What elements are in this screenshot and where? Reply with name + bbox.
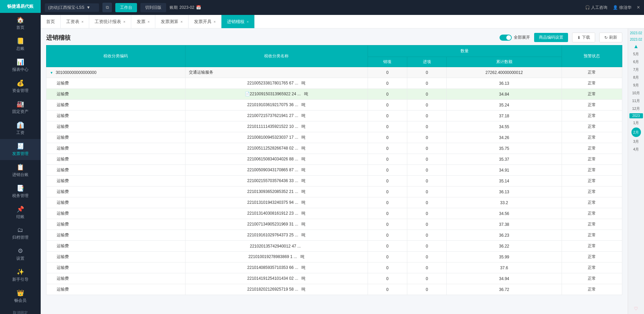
row-tax-code: 运输费 bbox=[46, 241, 186, 252]
month-8[interactable]: 8月 bbox=[628, 74, 644, 81]
month-9[interactable]: 9月 bbox=[628, 81, 644, 89]
row-sales: 0 bbox=[368, 208, 407, 219]
month-11[interactable]: 11月 bbox=[628, 97, 644, 105]
sidebar-item-home[interactable]: 🏠 首页 bbox=[0, 13, 41, 34]
tab-salary-table[interactable]: 工资表 × bbox=[61, 15, 89, 28]
tab-close-icon[interactable]: × bbox=[247, 20, 249, 24]
sidebar-item-assets[interactable]: 🏭 固定资产 bbox=[0, 97, 41, 118]
row-purchase: 0 bbox=[407, 230, 447, 241]
row-tax-code: 运输费 bbox=[46, 273, 186, 284]
close-button[interactable]: × bbox=[637, 4, 640, 11]
table-row[interactable]: 运输费 221013093652085352 21 ... 吨 0 0 36.1… bbox=[46, 187, 622, 197]
download-button[interactable]: ⬇ 下载 bbox=[572, 33, 595, 42]
tab-invoice[interactable]: 发票 × bbox=[131, 15, 155, 28]
table-row[interactable]: 运输费 221019161029764373 25 ... 吨 0 0 36.2… bbox=[46, 230, 622, 241]
row-purchase: 0 bbox=[407, 100, 447, 111]
toggle-switch[interactable] bbox=[500, 35, 512, 41]
month-12[interactable]: 12月 bbox=[628, 105, 644, 113]
month-5[interactable]: 5月 bbox=[628, 50, 644, 58]
row-cumulative: 34.56 bbox=[447, 208, 562, 219]
row-purchase: 0 bbox=[407, 284, 447, 295]
favorite-icon[interactable]: ♡ bbox=[634, 306, 638, 311]
copy-button[interactable]: ⧉ bbox=[102, 3, 112, 12]
table-row[interactable]: 运输费 221008100945323037 17 ... 吨 0 0 34.2… bbox=[46, 132, 622, 143]
tab-close-icon[interactable]: × bbox=[214, 20, 216, 24]
table-row[interactable]: 运输费 221013140308161912 23 ... 吨 0 0 34.5… bbox=[46, 208, 622, 219]
month-10[interactable]: 10月 bbox=[628, 89, 644, 97]
guide-icon: ✨ bbox=[17, 268, 24, 276]
table-row[interactable]: 运输费 221007215737621941 27 ... 吨 0 0 37.1… bbox=[46, 111, 622, 121]
row-sales: 0 bbox=[368, 154, 407, 165]
sidebar-item-guide[interactable]: ✨ 新手引导 bbox=[0, 265, 41, 286]
collapse-icon[interactable]: ▼ bbox=[50, 71, 53, 75]
table-row[interactable]: 运输费 221002155703576436 33 ... 吨 0 0 35.1… bbox=[46, 176, 622, 187]
table-row[interactable]: 运输费 221018202126925719 58 ... 吨 0 0 36.7… bbox=[46, 284, 622, 295]
tab-invoice-calc[interactable]: 发票测算 × bbox=[155, 15, 188, 28]
table-row[interactable]: 运输费 221019103619217075 36 ... 吨 0 0 35.2… bbox=[46, 100, 622, 111]
sidebar-item-invoice[interactable]: 🧾 发票管理 bbox=[0, 139, 41, 160]
tab-close-icon[interactable]: × bbox=[180, 20, 182, 24]
avatar-icon: 👤 bbox=[613, 5, 618, 10]
month-7[interactable]: 7月 bbox=[628, 66, 644, 74]
sidebar-item-membership[interactable]: 👑 畅会员 bbox=[0, 286, 41, 307]
sidebar-item-salary[interactable]: 👔 工资 bbox=[0, 118, 41, 139]
year-2023[interactable]: 2023 bbox=[629, 113, 643, 118]
toggle-expand[interactable]: 全部展开 bbox=[500, 35, 530, 41]
month-2-active[interactable]: 2月 bbox=[631, 127, 641, 137]
table-row[interactable]: ▼ 301000000000000000 交通运输服务 0 0 27262.40… bbox=[46, 67, 622, 78]
table-row[interactable]: 运输费 221013101943240375 94 ... 吨 0 0 33.2… bbox=[46, 197, 622, 208]
company-selector[interactable]: (勿动)江西报宝-LSS ▼ bbox=[45, 3, 99, 12]
tab-invoice-issue[interactable]: 发票开具 × bbox=[189, 15, 221, 28]
scroll-up-button[interactable]: ▲ bbox=[633, 43, 640, 50]
table-row[interactable]: 运输费 221005233817801765 67 ... 吨 0 0 36.1… bbox=[46, 78, 622, 89]
sidebar-item-label: 结账 bbox=[16, 214, 24, 220]
sidebar-item-closing[interactable]: 📌 结账 bbox=[0, 202, 41, 223]
row-invoice-code: 221013140308161912 23 ... 吨 bbox=[185, 208, 368, 219]
sidebar-item-funds[interactable]: 💰 资金管理 bbox=[0, 76, 41, 97]
support-label[interactable]: 🎧 人工咨询 bbox=[585, 5, 607, 11]
tab-home[interactable]: 首页 bbox=[41, 15, 61, 28]
row-tax-code: 运输费 bbox=[46, 143, 186, 154]
table-row[interactable]: 运输费 221014191254101434 02 ... 吨 0 0 34.9… bbox=[46, 273, 622, 284]
tab-close-icon[interactable]: × bbox=[148, 20, 150, 24]
switch-button[interactable]: 切到旧版 bbox=[140, 3, 166, 12]
tab-salary-stats[interactable]: 工资统计报表 × bbox=[89, 15, 131, 28]
row-invoice-code: 221013093652085352 21 ... 吨 bbox=[185, 187, 368, 197]
table-row[interactable]: 运输费 221010019278983869 1 ... 吨 0 0 35.99… bbox=[46, 252, 622, 262]
page-title: 进销稽核 bbox=[46, 34, 71, 42]
sidebar-item-label: 归档管理 bbox=[12, 235, 28, 240]
table-row[interactable]: 运输费 221020135742940012 47 ... 0 0 36.22 … bbox=[46, 241, 622, 252]
sidebar-item-settings[interactable]: ⚙ 设置 bbox=[0, 244, 41, 265]
unpin-button[interactable]: 取消固定 bbox=[0, 307, 41, 314]
sidebar-item-purchase-sales[interactable]: 📋 进销台账 bbox=[0, 160, 41, 181]
table-row[interactable]: 运输费 221006150834034026 88 ... 吨 0 0 35.3… bbox=[46, 154, 622, 165]
table-row[interactable]: 运输费 221014085935710353 66 ... 吨 0 0 37.6… bbox=[46, 262, 622, 273]
table-row[interactable]: 运输费 221005090343170865 87 ... 吨 0 0 34.9… bbox=[46, 165, 622, 176]
col-status: 预警状态 bbox=[562, 45, 622, 67]
table-row[interactable]: 运输费 221011111435921522 10 ... 吨 0 0 34.5… bbox=[46, 121, 622, 132]
month-3[interactable]: 3月 bbox=[628, 138, 644, 145]
tab-close-icon[interactable]: × bbox=[81, 20, 83, 24]
sidebar-item-label: 新手引导 bbox=[12, 277, 28, 282]
settings-button[interactable]: 商品编码设置 bbox=[534, 33, 568, 42]
month-4[interactable]: 4月 bbox=[628, 145, 644, 153]
month-1[interactable]: 1月 bbox=[628, 119, 644, 127]
sidebar-item-tax[interactable]: 📑 税务管理 bbox=[0, 181, 41, 202]
tab-reconciliation[interactable]: 进销稽核 × bbox=[221, 15, 254, 28]
calendar-icon[interactable]: 📅 bbox=[196, 5, 201, 10]
sidebar-item-label: 畅会员 bbox=[14, 298, 26, 303]
month-6[interactable]: 6月 bbox=[628, 58, 644, 66]
table-row[interactable]: 运输费 📄221009150313965922 24 ... 吨 0 0 34.… bbox=[46, 89, 622, 100]
table-row[interactable]: 运输费 221007134905231969 31 ... 吨 0 0 37.3… bbox=[46, 219, 622, 230]
sidebar-item-archive[interactable]: 🗂 归档管理 bbox=[0, 223, 41, 244]
table-container[interactable]: 税收分类编码 税收分类名称 数量 预警状态 销项 进项 累计数额 ▼ bbox=[41, 45, 628, 314]
table-row[interactable]: 运输费 221005112528266748 02 ... 吨 0 0 35.7… bbox=[46, 143, 622, 154]
refresh-button[interactable]: ↻ 刷新 bbox=[599, 33, 622, 42]
user-info[interactable]: 👤 徐涟华 bbox=[613, 5, 631, 11]
row-sales: 0 bbox=[368, 165, 407, 176]
tab-close-icon[interactable]: × bbox=[123, 20, 125, 24]
sidebar-item-ledger[interactable]: 📒 总账 bbox=[0, 34, 41, 55]
sidebar-item-reports[interactable]: 📊 报表中心 bbox=[0, 55, 41, 76]
sidebar-item-label: 资金管理 bbox=[12, 88, 28, 94]
workbench-button[interactable]: 工作台 bbox=[115, 3, 137, 12]
